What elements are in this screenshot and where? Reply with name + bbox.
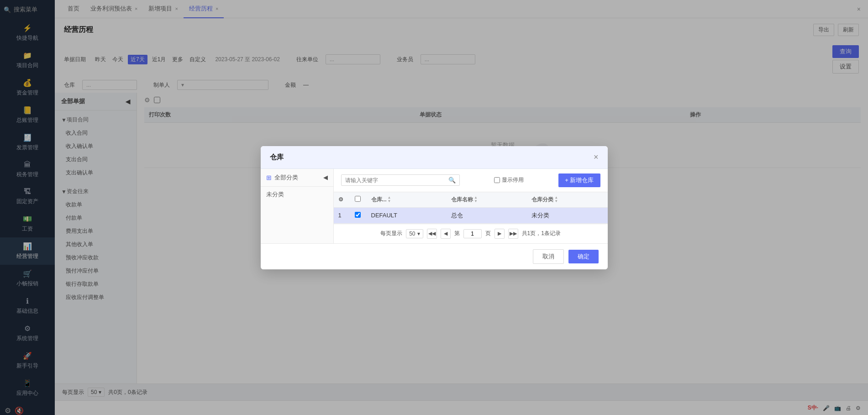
modal-category-header: ⊞ 全部分类 ◀ [261,169,333,187]
show-disabled-checkbox[interactable] [494,177,500,183]
show-disabled-label: 显示停用 [502,176,524,184]
warehouse-table-header: ⚙ 仓库... ▲▼ [334,192,608,208]
page-label: 第 [454,230,460,237]
modal-page-size-label: 每页显示 [380,230,402,237]
grid-icon: ⊞ [266,174,272,181]
modal-table-area: ⚙ 仓库... ▲▼ [334,192,608,224]
modal-title-text: 仓库 [270,153,284,162]
modal-left-panel: ⊞ 全部分类 ◀ 未分类 [261,169,334,243]
add-warehouse-button[interactable]: + 新增仓库 [558,173,600,187]
modal-search-box[interactable]: 🔍 [341,174,460,186]
th-gear-icon[interactable]: ⚙ [338,196,343,203]
prev-page-button[interactable]: ◀ [441,229,451,239]
category-item-unclassified[interactable]: 未分类 [261,187,333,202]
modal-page-size-select[interactable]: 50 ▾ [406,229,423,238]
cancel-button[interactable]: 取消 [533,249,564,264]
modal-search-icon: 🔍 [448,177,456,184]
table-row[interactable]: 1 DEFAULT 总仓 未分类 [334,207,608,223]
modal-overlay: 仓库 × ⊞ 全部分类 ◀ 未分类 [0,0,868,415]
modal-category-list: 未分类 [261,187,333,243]
th-warehouse-code: 仓库... ▲▼ [367,192,447,208]
confirm-button[interactable]: 确定 [568,250,599,263]
page-number-input[interactable] [463,229,482,238]
warehouse-modal: 仓库 × ⊞ 全部分类 ◀ 未分类 [261,146,608,269]
modal-toolbar: 🔍 显示停用 + 新增仓库 [334,169,608,192]
modal-pagination: 每页显示 50 ▾ ◀◀ ◀ 第 页 ▶ ▶▶ 共1页，1条记录 [334,224,608,243]
modal-search-input[interactable] [345,177,446,184]
collapse-panel-icon[interactable]: ◀ [323,174,328,181]
row-checkbox[interactable] [350,207,367,223]
modal-total-text: 共1页，1条记录 [522,230,561,237]
modal-close-button[interactable]: × [594,152,599,162]
th-gear: ⚙ [334,192,350,208]
page-suffix: 页 [485,230,491,237]
row-code: DEFAULT [367,207,447,223]
last-page-button[interactable]: ▶▶ [508,229,518,239]
row-category: 未分类 [527,207,607,223]
row-name: 总仓 [447,207,527,223]
modal-footer: 取消 确定 [261,243,608,269]
th-checkbox [350,192,367,208]
all-category-label: 全部分类 [274,173,298,182]
next-page-button[interactable]: ▶ [494,229,505,239]
row-index: 1 [334,207,350,223]
modal-body: ⊞ 全部分类 ◀ 未分类 🔍 [261,169,608,243]
category-title-row: ⊞ 全部分类 [266,173,298,182]
select-all-warehouse-checkbox[interactable] [355,196,361,202]
th-warehouse-category: 仓库分类 ▲▼ [527,192,607,208]
first-page-button[interactable]: ◀◀ [427,229,437,239]
show-disabled-checkbox-label[interactable]: 显示停用 [494,176,524,184]
th-warehouse-name: 仓库名称 ▲▼ [447,192,527,208]
modal-right-panel: 🔍 显示停用 + 新增仓库 ⚙ [334,169,608,243]
modal-header: 仓库 × [261,146,608,169]
warehouse-table: ⚙ 仓库... ▲▼ [334,192,608,224]
